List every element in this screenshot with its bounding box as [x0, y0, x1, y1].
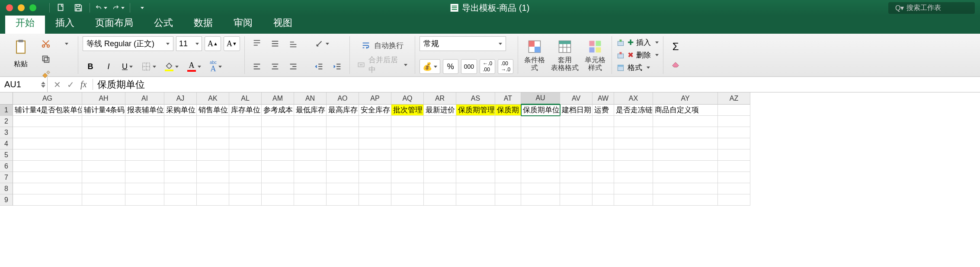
cell-AZ6[interactable] [718, 161, 750, 172]
font-name-select[interactable]: 等线 Regular (正文) [83, 36, 173, 51]
cell-AY2[interactable] [653, 116, 718, 127]
cell-AV2[interactable] [560, 116, 592, 127]
cell-AS5[interactable] [456, 149, 495, 161]
table-format-button[interactable]: 套用 表格格式 [553, 39, 577, 71]
cell-AS9[interactable] [456, 194, 495, 206]
cell-AH7[interactable] [82, 172, 125, 183]
cell-AW2[interactable] [592, 116, 614, 127]
column-header-AS[interactable]: AS [456, 92, 495, 105]
cell-AH2[interactable] [82, 116, 125, 127]
cell-AS6[interactable] [456, 161, 495, 172]
cell-AL1[interactable]: 库存单位 [229, 105, 262, 116]
cell-AH1[interactable]: 辅计量4条码 [82, 105, 125, 116]
accept-formula-icon[interactable]: ✓ [67, 79, 74, 90]
align-middle-button[interactable] [267, 36, 283, 51]
cell-AU9[interactable] [521, 194, 560, 206]
increase-indent-button[interactable] [330, 59, 345, 74]
cell-AO6[interactable] [327, 161, 359, 172]
font-size-select[interactable]: 11 [176, 36, 202, 51]
cell-AG1[interactable]: 辅计量4是否包装单位 [13, 105, 82, 116]
cell-AH9[interactable] [82, 194, 125, 206]
cell-AX3[interactable] [614, 127, 653, 138]
cell-AG9[interactable] [13, 194, 82, 206]
cell-AO7[interactable] [327, 172, 359, 183]
cell-AT6[interactable] [495, 161, 521, 172]
cell-AG8[interactable] [13, 183, 82, 194]
cell-AJ1[interactable]: 采购单位 [164, 105, 197, 116]
cell-AM4[interactable] [262, 138, 294, 149]
cell-AQ1[interactable]: 批次管理 [391, 105, 424, 116]
cell-AY9[interactable] [653, 194, 718, 206]
align-center-button[interactable] [267, 59, 283, 74]
cell-AS4[interactable] [456, 138, 495, 149]
decrease-indent-button[interactable] [311, 59, 327, 74]
cell-AL5[interactable] [229, 149, 262, 161]
column-header-AY[interactable]: AY [653, 92, 718, 105]
cell-AY1[interactable]: 商品自定义项 [653, 105, 718, 116]
column-header-AX[interactable]: AX [614, 92, 653, 105]
cell-AG6[interactable] [13, 161, 82, 172]
cell-AG5[interactable] [13, 149, 82, 161]
cell-AU2[interactable] [521, 116, 560, 127]
cell-AS7[interactable] [456, 172, 495, 183]
cell-AR4[interactable] [424, 138, 456, 149]
cell-AX1[interactable]: 是否走冻链 [614, 105, 653, 116]
format-cells-button[interactable]: 格式 [616, 63, 659, 73]
cell-AU6[interactable] [521, 161, 560, 172]
cell-AQ8[interactable] [391, 183, 424, 194]
cell-AT5[interactable] [495, 149, 521, 161]
cell-AL3[interactable] [229, 127, 262, 138]
cell-AK7[interactable] [197, 172, 229, 183]
column-header-AR[interactable]: AR [424, 92, 456, 105]
cell-AJ3[interactable] [164, 127, 197, 138]
cell-AW4[interactable] [592, 138, 614, 149]
column-header-AP[interactable]: AP [359, 92, 391, 105]
cell-AP4[interactable] [359, 138, 391, 149]
comma-button[interactable]: 000 [461, 59, 477, 74]
cell-AH5[interactable] [82, 149, 125, 161]
cell-AJ8[interactable] [164, 183, 197, 194]
cell-AQ3[interactable] [391, 127, 424, 138]
cell-AP5[interactable] [359, 149, 391, 161]
cell-AK6[interactable] [197, 161, 229, 172]
column-header-AO[interactable]: AO [327, 92, 359, 105]
cell-AQ5[interactable] [391, 149, 424, 161]
insert-cells-button[interactable]: ✚插入 [616, 38, 659, 48]
cell-AQ7[interactable] [391, 172, 424, 183]
cell-AY7[interactable] [653, 172, 718, 183]
decrease-font-button[interactable]: A▼ [224, 36, 240, 51]
cell-AN1[interactable]: 最低库存 [294, 105, 327, 116]
cell-AT7[interactable] [495, 172, 521, 183]
cell-AP9[interactable] [359, 194, 391, 206]
cell-AT9[interactable] [495, 194, 521, 206]
underline-button[interactable]: U [119, 59, 136, 74]
cell-AR2[interactable] [424, 116, 456, 127]
cancel-formula-icon[interactable]: ✕ [54, 79, 61, 90]
cell-AS2[interactable] [456, 116, 495, 127]
cell-AK1[interactable]: 销售单位 [197, 105, 229, 116]
cell-AM7[interactable] [262, 172, 294, 183]
cell-AI3[interactable] [125, 127, 164, 138]
cell-AH6[interactable] [82, 161, 125, 172]
font-color-button[interactable]: A [184, 59, 204, 74]
column-header-AQ[interactable]: AQ [391, 92, 424, 105]
cell-AI1[interactable]: 报表辅单位 [125, 105, 164, 116]
cell-AZ5[interactable] [718, 149, 750, 161]
row-header-9[interactable]: 9 [0, 194, 13, 206]
cell-AN7[interactable] [294, 172, 327, 183]
cell-AT3[interactable] [495, 127, 521, 138]
align-bottom-button[interactable] [285, 36, 301, 51]
cell-AX4[interactable] [614, 138, 653, 149]
cell-AR6[interactable] [424, 161, 456, 172]
cell-AX2[interactable] [614, 116, 653, 127]
cell-AU7[interactable] [521, 172, 560, 183]
cell-AN4[interactable] [294, 138, 327, 149]
cell-AW6[interactable] [592, 161, 614, 172]
cell-AI6[interactable] [125, 161, 164, 172]
row-header-7[interactable]: 7 [0, 172, 13, 183]
window-maximize-button[interactable] [29, 4, 36, 11]
cell-AR1[interactable]: 最新进价 [424, 105, 456, 116]
cell-AN2[interactable] [294, 116, 327, 127]
cell-AJ5[interactable] [164, 149, 197, 161]
row-header-2[interactable]: 2 [0, 116, 13, 127]
